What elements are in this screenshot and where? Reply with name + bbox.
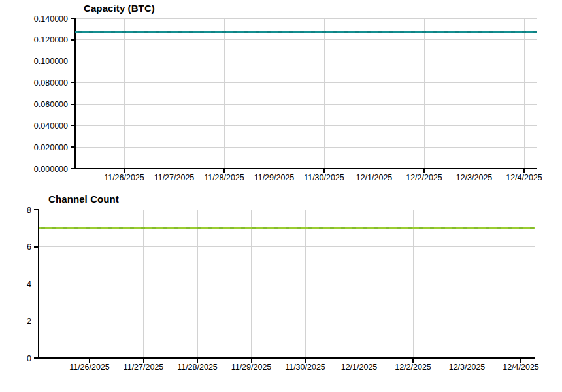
y-tick-label: 0.060000	[34, 100, 68, 109]
x-tick-label: 12/4/2025	[506, 173, 542, 182]
chart-area-1: 11/26/202511/27/202511/28/202511/29/2025…	[27, 206, 539, 372]
x-tick-label: 12/4/2025	[503, 363, 539, 372]
y-tick-label: 0.140000	[34, 14, 68, 24]
x-tick-label: 11/29/2025	[254, 173, 295, 182]
x-tick-label: 12/1/2025	[356, 173, 393, 182]
x-tick-label: 11/29/2025	[231, 363, 272, 372]
y-tick-label: 6	[27, 242, 31, 252]
y-tick-label: 0.000000	[34, 165, 68, 174]
y-tick-label: 0.020000	[34, 143, 68, 152]
y-tick-label: 0.040000	[34, 122, 68, 131]
x-tick-label: 12/3/2025	[456, 173, 493, 182]
x-tick-label: 12/3/2025	[449, 363, 486, 372]
x-tick-label: 11/27/2025	[154, 173, 195, 182]
capacity-chart-title: Capacity (BTC)	[84, 3, 155, 14]
x-tick-label: 11/26/2025	[104, 173, 144, 182]
chart-area-0: 11/26/202511/27/202511/28/202511/29/2025…	[34, 14, 542, 183]
y-tick-label: 0.120000	[34, 35, 68, 44]
x-tick-label: 12/2/2025	[395, 363, 431, 372]
x-tick-label: 12/2/2025	[406, 173, 442, 182]
y-tick-label: 2	[27, 317, 31, 326]
y-tick-label: 0	[27, 354, 31, 363]
x-tick-label: 11/27/2025	[124, 363, 164, 372]
y-tick-label: 8	[27, 206, 31, 215]
x-tick-label: 11/26/2025	[69, 363, 110, 372]
x-tick-label: 11/30/2025	[285, 363, 325, 372]
channel-count-chart-title: Channel Count	[48, 193, 119, 204]
x-tick-label: 12/1/2025	[341, 363, 378, 372]
x-tick-label: 11/30/2025	[304, 173, 344, 182]
y-tick-label: 4	[27, 280, 31, 289]
dashboard-charts-panel: 11/26/202511/27/202511/28/202511/29/2025…	[0, 0, 562, 392]
y-tick-label: 0.100000	[34, 57, 68, 66]
x-tick-label: 11/28/2025	[204, 173, 244, 182]
y-tick-label: 0.080000	[34, 78, 68, 88]
x-tick-label: 11/28/2025	[177, 363, 218, 372]
